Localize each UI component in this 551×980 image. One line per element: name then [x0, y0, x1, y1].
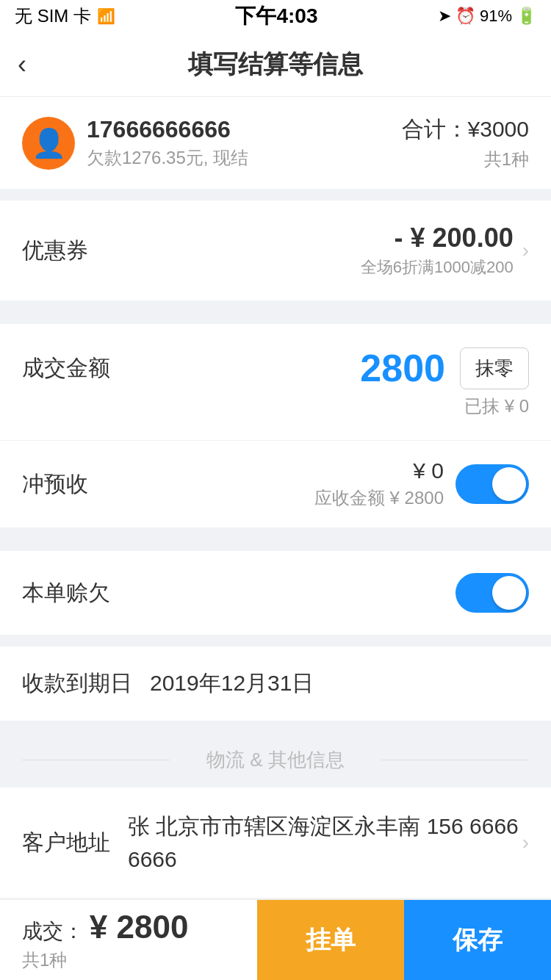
customer-count: 共1种: [402, 148, 529, 171]
logistics-divider: 物流 & 其他信息: [0, 732, 551, 788]
status-time: 下午4:03: [235, 2, 317, 30]
due-date-label: 收款到期日: [22, 669, 132, 699]
avatar: 👤: [22, 117, 75, 170]
status-right: ➤ ⏰ 91% 🔋: [438, 7, 536, 26]
coupon-info: - ¥ 200.00 全场6折满1000减200: [361, 223, 514, 278]
bottom-deal-row: 成交： ¥ 2800: [22, 909, 235, 945]
due-date-value: 2019年12月31日: [150, 669, 314, 699]
back-button[interactable]: ‹: [18, 49, 26, 80]
logistics-text: 物流 & 其他信息: [206, 747, 345, 773]
battery-text: 91%: [480, 7, 512, 26]
advance-row: 冲预收 ¥ 0 应收金额 ¥ 2800: [0, 440, 551, 527]
location-icon: ➤: [438, 7, 451, 26]
hold-button[interactable]: 挂单: [257, 900, 404, 981]
due-date-section: 收款到期日 2019年12月31日: [0, 646, 551, 721]
round-zero-button[interactable]: 抹零: [460, 347, 529, 389]
battery-icon: 🔋: [516, 7, 536, 26]
credit-label: 本单赊欠: [22, 578, 110, 608]
status-bar: 无 SIM 卡 📶 下午4:03 ➤ ⏰ 91% 🔋: [0, 0, 551, 32]
credit-toggle-knob: [492, 576, 526, 610]
customer-right: 合计：¥3000 共1种: [402, 115, 529, 171]
bottom-bar: 成交： ¥ 2800 共1种 挂单 保存: [0, 899, 551, 980]
bottom-amount: ¥ 2800: [90, 909, 189, 945]
advance-right: ¥ 0 应收金额 ¥ 2800: [314, 458, 529, 510]
logistics-line-left: [22, 760, 170, 760]
due-date-row: 收款到期日 2019年12月31日: [22, 669, 529, 699]
address-value: 张 北京市市辖区海淀区永丰南 156 6666 6666: [128, 810, 522, 876]
address-label: 客户地址: [22, 828, 110, 858]
page-title: 填写结算等信息: [188, 48, 363, 82]
coupon-amount: - ¥ 200.00: [361, 223, 514, 253]
credit-toggle[interactable]: [455, 573, 529, 613]
bottom-info: 成交： ¥ 2800 共1种: [0, 909, 257, 972]
customer-row: 👤 17666666666 欠款1276.35元, 现结 合计：¥3000 共1…: [0, 97, 551, 189]
address-section[interactable]: 客户地址 张 北京市市辖区海淀区永丰南 156 6666 6666 ›: [0, 788, 551, 898]
amount-right: 2800 抹零: [360, 346, 529, 390]
section-divider-2: [0, 539, 551, 551]
amount-sub: 已抹 ¥ 0: [22, 394, 529, 418]
coupon-label: 优惠券: [22, 236, 88, 266]
advance-amount: ¥ 0: [314, 458, 444, 483]
no-sim-text: 无 SIM 卡: [15, 4, 91, 28]
advance-sub: 应收金额 ¥ 2800: [314, 486, 444, 510]
logistics-line-right: [381, 760, 529, 760]
nav-bar: ‹ 填写结算等信息: [0, 32, 551, 97]
coupon-right: - ¥ 200.00 全场6折满1000减200 ›: [361, 223, 529, 278]
customer-left: 👤 17666666666 欠款1276.35元, 现结: [22, 116, 248, 170]
amount-value: 2800: [360, 346, 445, 390]
coupon-desc: 全场6折满1000减200: [361, 256, 514, 278]
amount-label: 成交金额: [22, 353, 110, 383]
save-button[interactable]: 保存: [404, 900, 551, 981]
chevron-right-icon: ›: [522, 239, 529, 262]
advance-label: 冲预收: [22, 469, 88, 500]
coupon-row[interactable]: 优惠券 - ¥ 200.00 全场6折满1000减200 ›: [0, 201, 551, 300]
advance-toggle[interactable]: [455, 464, 529, 504]
address-chevron-icon: ›: [522, 831, 529, 854]
wifi-icon: 📶: [97, 7, 115, 25]
person-icon: 👤: [32, 129, 66, 157]
customer-total: 合计：¥3000: [402, 115, 529, 145]
status-left: 无 SIM 卡 📶: [15, 4, 115, 28]
alarm-icon: ⏰: [455, 7, 475, 26]
customer-info: 17666666666 欠款1276.35元, 现结: [87, 116, 248, 170]
customer-debt: 欠款1276.35元, 现结: [87, 146, 248, 170]
section-divider-1: [0, 312, 551, 324]
amount-section: 成交金额 2800 抹零 已抹 ¥ 0: [0, 324, 551, 440]
customer-phone: 17666666666: [87, 116, 248, 143]
amount-row: 成交金额 2800 抹零: [22, 346, 529, 390]
bottom-count: 共1种: [22, 948, 235, 972]
main-content: 👤 17666666666 欠款1276.35元, 现结 合计：¥3000 共1…: [0, 97, 551, 980]
advance-toggle-knob: [492, 467, 526, 501]
advance-info: ¥ 0 应收金额 ¥ 2800: [314, 458, 444, 510]
bottom-deal-label: 成交：: [22, 920, 84, 943]
credit-section: 本单赊欠: [0, 551, 551, 635]
